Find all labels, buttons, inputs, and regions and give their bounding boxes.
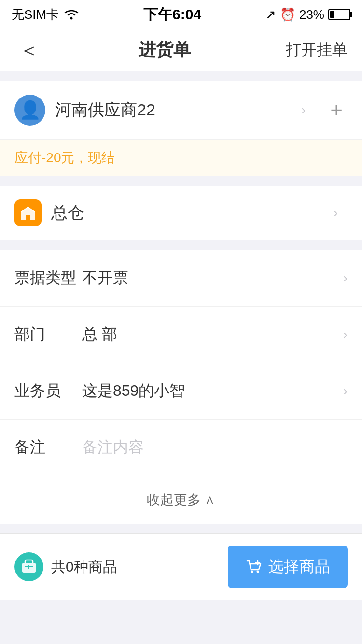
svg-point-6 <box>257 571 259 573</box>
notice-text: 应付-20元，现结 <box>14 150 115 165</box>
remark-label: 备注 <box>14 437 82 458</box>
select-product-label: 选择商品 <box>268 556 330 577</box>
product-count-text: 共0种商品 <box>51 557 117 577</box>
status-left: 无SIM卡 <box>12 6 79 23</box>
add-supplier-button[interactable]: + <box>325 98 348 122</box>
salesperson-value: 这是859的小智 <box>82 380 343 402</box>
supplier-chevron-icon: › <box>301 102 306 118</box>
wifi-icon <box>64 9 79 20</box>
bottom-bar: 共0种商品 选择商品 <box>0 533 362 600</box>
back-button[interactable]: ＜ <box>14 32 43 68</box>
cart-icon <box>245 558 263 575</box>
location-icon: ↗ <box>265 7 276 22</box>
alarm-icon: ⏰ <box>280 7 295 22</box>
department-value: 总 部 <box>82 324 343 345</box>
status-time: 下午6:04 <box>143 5 201 25</box>
divider-1 <box>0 176 362 186</box>
salesperson-row[interactable]: 业务员 这是859的小智 › <box>0 363 362 420</box>
form-section: 票据类型 不开票 › 部门 总 部 › 业务员 这是859的小智 › 备注 备注… <box>0 250 362 524</box>
supplier-section: 👤 河南供应商22 › + 应付-20元，现结 <box>0 81 362 176</box>
collapse-button[interactable]: 收起更多 ∧ <box>0 476 362 524</box>
select-product-button[interactable]: 选择商品 <box>228 546 348 588</box>
remark-row[interactable]: 备注 备注内容 <box>0 420 362 476</box>
product-count-left: 共0种商品 <box>14 552 117 581</box>
notice-bar: 应付-20元，现结 <box>0 140 362 176</box>
salesperson-label: 业务员 <box>14 380 82 402</box>
gray-background <box>0 600 362 644</box>
warehouse-section: 总仓 › <box>0 186 362 240</box>
invoice-type-value: 不开票 <box>82 267 343 289</box>
status-right: ↗ ⏰ 23% <box>265 7 350 22</box>
carrier-label: 无SIM卡 <box>12 6 59 23</box>
invoice-type-row[interactable]: 票据类型 不开票 › <box>0 250 362 307</box>
supplier-name: 河南供应商22 <box>55 99 301 121</box>
top-divider <box>0 71 362 81</box>
salesperson-chevron-icon: › <box>343 383 348 399</box>
department-label: 部门 <box>14 324 82 345</box>
open-pending-button[interactable]: 打开挂单 <box>286 40 348 61</box>
department-row[interactable]: 部门 总 部 › <box>0 307 362 363</box>
remark-value: 备注内容 <box>82 437 348 458</box>
warehouse-icon <box>14 199 42 226</box>
svg-rect-1 <box>26 215 30 220</box>
svg-point-0 <box>70 17 73 20</box>
warehouse-chevron-icon: › <box>334 205 338 221</box>
battery-percentage: 23% <box>299 7 324 22</box>
invoice-type-label: 票据类型 <box>14 267 82 289</box>
divider-2 <box>0 240 362 250</box>
department-chevron-icon: › <box>343 327 348 342</box>
warehouse-row[interactable]: 总仓 › <box>0 186 362 240</box>
product-count-icon <box>14 552 43 581</box>
svg-point-5 <box>251 571 253 573</box>
avatar-icon: 👤 <box>19 100 41 120</box>
supplier-avatar: 👤 <box>14 95 45 126</box>
battery-fill <box>330 11 334 18</box>
battery-icon <box>328 9 350 20</box>
status-bar: 无SIM卡 下午6:04 ↗ ⏰ 23% <box>0 0 362 29</box>
warehouse-name: 总仓 <box>51 202 334 224</box>
supplier-row[interactable]: 👤 河南供应商22 › + <box>0 81 362 140</box>
page-title: 进货单 <box>139 38 191 62</box>
invoice-type-chevron-icon: › <box>343 270 348 286</box>
nav-bar: ＜ 进货单 打开挂单 <box>0 29 362 71</box>
vertical-divider <box>320 98 320 122</box>
